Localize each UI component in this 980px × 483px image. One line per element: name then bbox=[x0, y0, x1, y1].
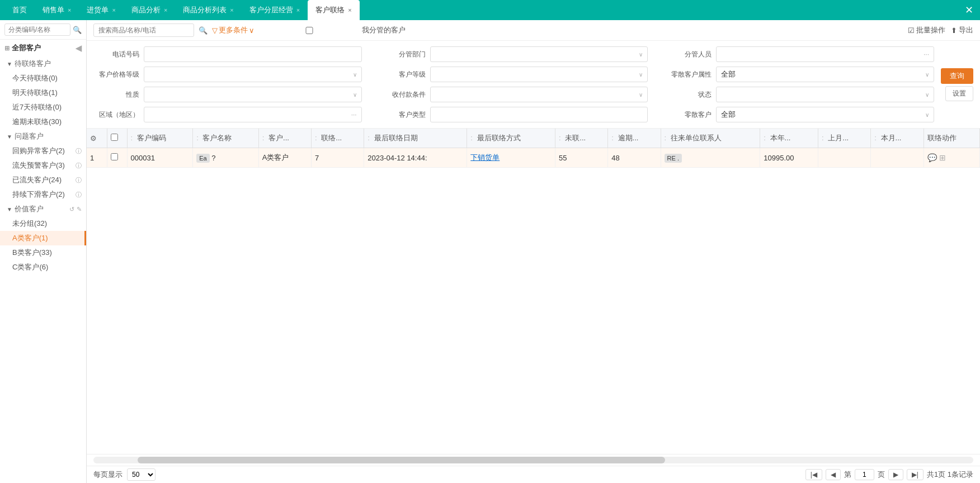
contact-method-link[interactable]: 下销货单 bbox=[470, 153, 500, 162]
scrollbar-thumb[interactable] bbox=[138, 457, 666, 463]
col-header-this-month: : 本月... bbox=[871, 129, 924, 148]
next-page-button[interactable]: ▶ bbox=[888, 469, 903, 480]
batch-op-button[interactable]: ☑ 批量操作 bbox=[908, 25, 945, 35]
filter-btn-label: 更多条件 bbox=[219, 25, 248, 35]
customer-level-input[interactable]: ∨ bbox=[430, 67, 648, 82]
toolbar-right: ☑ 批量操作 ⬆ 导出 bbox=[908, 25, 973, 35]
row-customer-level: A类客户 bbox=[258, 148, 311, 168]
dept-label: 分管部门 bbox=[380, 50, 430, 59]
dept-field: 分管部门 ∨ bbox=[380, 46, 648, 62]
filter-actions: 查询 设置 bbox=[934, 46, 973, 122]
more-filter-button[interactable]: ▽ 更多条件 ∨ bbox=[212, 25, 255, 35]
search-input[interactable] bbox=[93, 23, 194, 37]
problem-group-header[interactable]: ▼ 问题客户 bbox=[0, 129, 86, 144]
col-header-last-month: : 上月... bbox=[818, 129, 871, 148]
sidebar-item-label: 未分组(32) bbox=[12, 219, 47, 229]
sidebar-item-c-class[interactable]: C类客户(6) bbox=[0, 260, 86, 274]
nav-tab-segment[interactable]: 客户分层经营 × bbox=[242, 0, 308, 20]
batch-op-label: 批量操作 bbox=[916, 25, 945, 35]
nav-tab-purchase[interactable]: 进货单 × bbox=[79, 0, 123, 20]
chat-icon[interactable]: 💬 bbox=[927, 153, 937, 162]
region-input[interactable]: ··· bbox=[144, 107, 362, 122]
nature-label: 性质 bbox=[93, 90, 144, 100]
first-page-button[interactable]: |◀ bbox=[805, 469, 822, 480]
col-header-customer-level: : 客户... bbox=[258, 129, 311, 148]
retail-customer-input[interactable]: 全部 ∨ bbox=[716, 107, 934, 122]
info-icon[interactable]: ⓘ bbox=[76, 147, 82, 155]
sidebar-item-7day-pending[interactable]: 近7天待联络(0) bbox=[0, 100, 86, 115]
manager-label: 分管人员 bbox=[666, 50, 716, 59]
per-page-label: 每页显示 bbox=[93, 470, 123, 480]
pagination: |◀ ◀ 第 页 ▶ ▶| 共1页 1条记录 bbox=[805, 469, 973, 480]
row-last-method[interactable]: 下销货单 bbox=[467, 148, 555, 168]
search-bar: 🔍 ▽ 更多条件 ∨ 我分管的客户 ☑ 批量操作 ⬆ 导出 bbox=[87, 20, 980, 41]
value-group-header[interactable]: ▼ 价值客户 ↺ ✎ bbox=[0, 202, 86, 216]
retail-customer-label: 零散客户 bbox=[666, 110, 716, 120]
sidebar-item-churned[interactable]: 已流失客户(24) ⓘ bbox=[0, 173, 86, 187]
close-icon[interactable]: × bbox=[296, 7, 300, 13]
qr-icon[interactable]: ⊞ bbox=[939, 153, 946, 162]
edit-icon[interactable]: ✎ bbox=[77, 206, 82, 213]
sidebar-item-label: 回购异常客户(2) bbox=[12, 146, 65, 156]
row-checkbox[interactable] bbox=[111, 153, 118, 160]
info-icon[interactable]: ⓘ bbox=[76, 162, 82, 170]
manager-input[interactable]: ··· bbox=[716, 46, 934, 62]
sidebar-item-b-class[interactable]: B类客户(33) bbox=[0, 245, 86, 260]
sidebar-search-input[interactable] bbox=[4, 23, 70, 36]
export-icon: ⬆ bbox=[951, 26, 957, 35]
refresh-icon[interactable]: ↺ bbox=[69, 206, 74, 213]
horizontal-scrollbar[interactable] bbox=[93, 457, 973, 463]
last-page-button[interactable]: ▶| bbox=[907, 469, 924, 480]
nav-home[interactable]: 首页 bbox=[4, 0, 35, 20]
nav-tab-contact[interactable]: 客户联络 × bbox=[308, 0, 359, 20]
info-icon[interactable]: ⓘ bbox=[76, 176, 82, 184]
sidebar-item-churn-warning[interactable]: 流失预警客户(3) ⓘ bbox=[0, 158, 86, 173]
sidebar-item-repurchase-abnormal[interactable]: 回购异常客户(2) ⓘ bbox=[0, 144, 86, 158]
dept-input[interactable]: ∨ bbox=[430, 46, 648, 62]
setting-button[interactable]: 设置 bbox=[945, 86, 973, 101]
close-icon[interactable]: × bbox=[112, 7, 115, 13]
export-button[interactable]: ⬆ 导出 bbox=[951, 25, 973, 35]
close-icon[interactable]: × bbox=[68, 7, 71, 13]
my-customer-checkbox[interactable] bbox=[259, 27, 360, 34]
close-icon[interactable]: × bbox=[348, 7, 351, 13]
sidebar-item-today-pending[interactable]: 今天待联络(0) bbox=[0, 71, 86, 86]
close-all-button[interactable]: ✕ bbox=[965, 4, 973, 16]
nav-tab-sales[interactable]: 销售单 × bbox=[35, 0, 79, 20]
value-group-actions: ↺ ✎ bbox=[69, 206, 82, 213]
sidebar-item-declining[interactable]: 持续下滑客户(2) ⓘ bbox=[0, 187, 86, 202]
grid-icon: ⊞ bbox=[4, 45, 10, 52]
payment-label: 收付款条件 bbox=[380, 90, 430, 100]
customer-type-input[interactable] bbox=[430, 107, 648, 122]
select-all-checkbox[interactable] bbox=[111, 134, 118, 141]
checkbox-icon: ☑ bbox=[908, 26, 915, 35]
all-customers-header[interactable]: ⊞ 全部客户 ◀ bbox=[0, 40, 86, 56]
collapse-icon[interactable]: ◀ bbox=[76, 44, 82, 53]
payment-input[interactable]: ∨ bbox=[430, 87, 648, 102]
status-input[interactable]: ∨ bbox=[716, 87, 934, 102]
sidebar-item-overdue-pending[interactable]: 逾期未联络(30) bbox=[0, 115, 86, 129]
total-info: 共1页 1条记录 bbox=[927, 470, 973, 480]
my-customer-checkbox-label[interactable]: 我分管的客户 bbox=[259, 25, 406, 35]
settings-icon[interactable]: ⚙ bbox=[90, 134, 97, 143]
sidebar-search-icon[interactable]: 🔍 bbox=[73, 26, 82, 34]
prev-page-button[interactable]: ◀ bbox=[826, 469, 841, 480]
close-icon[interactable]: × bbox=[164, 7, 167, 13]
info-icon[interactable]: ⓘ bbox=[76, 191, 82, 199]
nav-tab-analysis-list[interactable]: 商品分析列表 × bbox=[175, 0, 241, 20]
sidebar-item-tomorrow-pending[interactable]: 明天待联络(1) bbox=[0, 86, 86, 100]
page-end-label: 页 bbox=[878, 470, 885, 480]
retail-attr-input[interactable]: 全部 ∨ bbox=[716, 67, 934, 82]
close-icon[interactable]: × bbox=[230, 7, 233, 13]
sidebar-item-a-class[interactable]: A类客户(1) bbox=[0, 231, 86, 245]
sidebar-item-unclassified[interactable]: 未分组(32) bbox=[0, 216, 86, 231]
price-level-input[interactable]: ∨ bbox=[144, 67, 362, 82]
per-page-select[interactable]: 50 100 200 bbox=[127, 468, 156, 481]
nav-tab-analysis[interactable]: 商品分析 × bbox=[124, 0, 175, 20]
nature-input[interactable]: ∨ bbox=[144, 87, 362, 102]
phone-input[interactable] bbox=[144, 46, 362, 62]
page-number-input[interactable] bbox=[855, 469, 874, 480]
search-button[interactable]: 🔍 bbox=[199, 26, 208, 35]
query-button[interactable]: 查询 bbox=[941, 68, 973, 84]
pending-group-header[interactable]: ▼ 待联络客户 bbox=[0, 56, 86, 71]
